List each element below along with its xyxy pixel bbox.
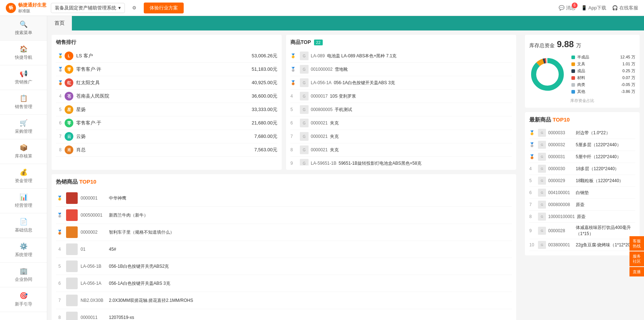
product-thumbnail: G [300, 52, 309, 60]
product-thumbnail: G [300, 92, 309, 100]
list-item: 🥈 G 001000002雪地靴 [290, 63, 512, 76]
settings-button[interactable]: ⚙ [129, 3, 139, 13]
sidebar-item-enterprise[interactable]: 🏢 企业协同 [0, 263, 47, 287]
new-products-card: 最新商品 TOP10 🥇 G 0000033 封边带（1.0*22） 🥈 G [525, 112, 640, 255]
table-row: 4 苍 苍南县人民医院 36,600.00元 [56, 90, 277, 103]
service-community-button[interactable]: 服务社区 [629, 251, 644, 266]
marketing-icon: 📢 [20, 70, 28, 78]
sidebar-item-nav[interactable]: 🏠 快捷导航 [0, 41, 47, 65]
list-item: 4 G 000001710S 变刹罗浆 [290, 90, 512, 103]
message-icon: 💬 [559, 5, 564, 11]
table-row: 🥈 零 零售客户·许 51,183.00元 [56, 63, 277, 76]
product-thumbnail [66, 278, 78, 289]
brand: 畅 畅捷通好生意 标准版 [6, 2, 46, 14]
online-service-button[interactable]: 🎧 在线客服 [612, 5, 638, 11]
inventory-header: 库存总资金 9.88 万 [529, 39, 635, 49]
sidebar-item-guide[interactable]: 🎯 新手引导 [0, 287, 47, 312]
sales-ranking-card: 销售排行 🥇 L LS 客户 53,006.26元 🥈 零 [52, 35, 282, 170]
sidebar-item-basic[interactable]: 📄 基础信息 [0, 213, 47, 238]
list-item: 6 G 0000021夹克 [290, 116, 512, 130]
page-content: 销售排行 🥇 L LS 客户 53,006.26元 🥈 零 [47, 30, 644, 320]
legend-item: 肉类 -0.05 万 [571, 81, 635, 88]
list-item: 🥉 0000002 智利车子里（规格不知道填什么） [56, 224, 512, 241]
list-item: 🥉 G LA-056-1A056-1A白色按键开关盖ABS 3克 [290, 76, 512, 90]
try-button[interactable]: 体验行业方案 [144, 3, 184, 13]
list-item: 7 G 0000021夹克 [290, 130, 512, 143]
main-layout: 🔍 搜索菜单 🏠 快捷导航 📢 营销推广 📋 销售管理 🛒 采购管理 📦 库存核… [0, 16, 644, 320]
top-header: 畅 畅捷通好生意 标准版 装备及固定资产辅助管理系统 ▾ ⚙ 体验行业方案 💬 … [0, 0, 644, 16]
sidebar-item-system[interactable]: ⚙️ 系统管理 [0, 238, 47, 263]
list-item: 🥇 0000001 中华神鹰 [56, 190, 512, 207]
system-icon: ⚙️ [20, 242, 28, 250]
rank-badge: 零 [65, 119, 73, 127]
product-thumbnail: G [538, 165, 546, 173]
hot-products-list: 🥇 0000001 中华神鹰 🥈 000500001 新西兰牛肉（新牛） [56, 190, 512, 320]
live-stream-button[interactable]: 直播 [629, 267, 644, 276]
sidebar-item-marketing[interactable]: 📢 营销推广 [0, 65, 47, 90]
hot-products-card: 热销商品 TOP10 🥇 0000001 中华神鹰 🥈 000500001 [52, 174, 516, 320]
product-thumbnail: G [300, 78, 309, 87]
product-thumbnail: G [538, 129, 546, 137]
product-thumbnail: G [538, 241, 546, 249]
sidebar: 🔍 搜索菜单 🏠 快捷导航 📢 营销推广 📋 销售管理 🛒 采购管理 📦 库存核… [0, 16, 47, 320]
product-thumbnail: G [538, 227, 546, 235]
product-thumbnail [66, 209, 78, 221]
table-row: 🥉 红 红太阳文具 40,925.00元 [56, 76, 277, 90]
sidebar-item-operation[interactable]: 📊 经营管理 [0, 189, 47, 213]
product-thumbnail [66, 192, 78, 204]
message-button[interactable]: 💬 消息 6 [559, 5, 575, 11]
inventory-chart-area: 半成品 12.45 万 文具 1.01 万 成品 0 [529, 54, 635, 95]
rank-badge: 零 [65, 65, 73, 74]
list-item: 6 LA-056-1A 056-1A白色按键开关盖ABS 3克 [56, 275, 512, 292]
list-item: 7 G 000800008 原壶 [529, 199, 635, 211]
product-thumbnail: G [538, 141, 546, 149]
phone-icon: 📱 [581, 5, 587, 11]
sales-ranking-table: 🥇 L LS 客户 53,006.26元 🥈 零 零售客户·许 51,183.0… [56, 49, 277, 157]
left-middle-panel: 销售排行 🥇 L LS 客户 53,006.26元 🥈 零 [47, 30, 521, 320]
table-row: 🥇 L LS 客户 53,006.26元 [56, 49, 277, 63]
product-thumbnail: G [538, 213, 546, 221]
sidebar-item-purchase[interactable]: 🛒 采购管理 [0, 115, 47, 139]
legend-item: 成品 0.25 万 [571, 67, 635, 74]
list-item: 6 G 004100001 白钢垫 [529, 187, 635, 199]
app-download-button[interactable]: 📱 App下载 [581, 5, 606, 11]
list-item: 9 G LA-59651-1B59651-1B旋转投影灯电池盒ABS黑色+58克 [290, 157, 512, 165]
rank-badge: 苍 [65, 92, 73, 100]
list-item: 🥉 G 0000031 5厘中纤（1220*2440） [529, 151, 635, 163]
float-service: 客服热线 服务社区 直播 [629, 236, 644, 276]
list-item: 5 LA-056-1B 056-1B白色按键开关壳ABS2克 [56, 258, 512, 275]
search-icon: 🔍 [20, 20, 28, 28]
legend-item: 其他 -3.86 万 [571, 88, 635, 95]
list-item: 🥇 G LA-089电池盖 LA-089 ABS本色+黑种 7.1克 [290, 49, 512, 63]
system-selector[interactable]: 装备及固定资产辅助管理系统 ▾ [51, 3, 125, 13]
list-item: 5 G 0000029 18颗粒板（1220*2440） [529, 175, 635, 187]
right-panel: 库存总资金 9.88 万 [521, 30, 644, 320]
product-thumbnail [66, 243, 78, 255]
new-products-title: 最新商品 TOP10 [529, 116, 635, 123]
product-thumbnail: G [300, 159, 309, 165]
product-thumbnail: G [300, 132, 309, 141]
list-item: 🥈 000500001 新西兰牛肉（新牛） [56, 207, 512, 224]
list-item: 4 01 45# [56, 241, 512, 258]
product-thumbnail: G [300, 119, 309, 127]
sidebar-item-finance[interactable]: 💰 资金管理 [0, 164, 47, 189]
tab-home[interactable]: 首页 [47, 16, 72, 30]
svg-point-1 [534, 61, 561, 88]
product-thumbnail: G [538, 201, 546, 209]
list-item: 9 G 0000028 体减嘉枝味苏打饮品400毫升（1*15） [529, 223, 635, 239]
list-item: 5 G 000800005手机测试 [290, 103, 512, 116]
sidebar-item-search[interactable]: 🔍 搜索菜单 [0, 16, 47, 41]
sidebar-item-inventory[interactable]: 📦 库存核算 [0, 139, 47, 164]
sidebar-item-sales[interactable]: 📋 销售管理 [0, 90, 47, 115]
product-thumbnail: G [538, 153, 546, 161]
legend-item: 半成品 12.45 万 [571, 54, 635, 61]
inventory-card: 库存总资金 9.88 万 [525, 35, 640, 108]
customer-service-button[interactable]: 客服热线 [629, 236, 644, 251]
brand-text: 畅捷通好生意 标准版 [18, 2, 46, 14]
rank-badge: 星 [65, 105, 73, 114]
top-sold-header: 商品TOP 22 [290, 39, 512, 46]
list-item: 10 G 003800001 22g鱼豆腐·烧烤味（1*12*20） [529, 239, 635, 251]
list-item: 7 NB2.0X30B 2.0X30MM双搓花轴.搓花直径2.1MM/ROHS [56, 292, 512, 309]
rank-badge: 红 [65, 78, 73, 87]
product-thumbnail [66, 260, 78, 272]
